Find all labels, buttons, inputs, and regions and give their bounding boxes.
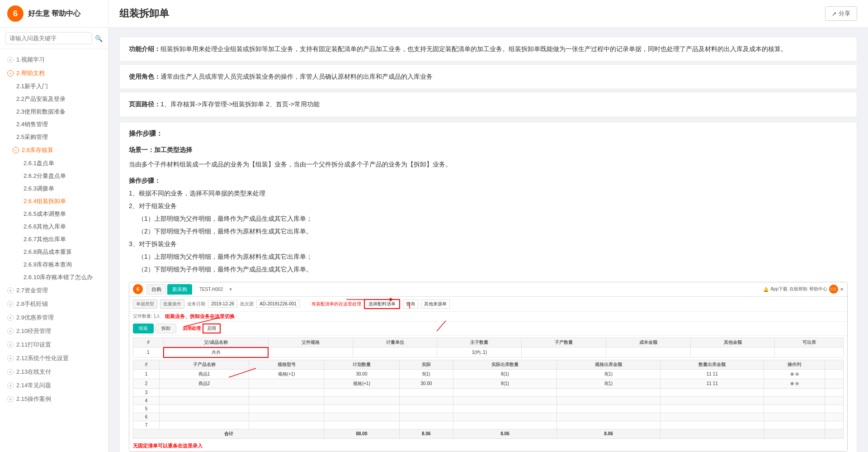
mock-screen: 6 自购 新采购 TEST-H002 ▼ 🔔 App下载 在线帮助 [129, 282, 847, 451]
mock-sub-table: # 子产品名称 规格型号 计划数量 实际 实际出库数量 规格出库金额 数量出库金… [133, 360, 844, 439]
sidebar-item-operations[interactable]: + 2.10经营管理 [0, 324, 108, 338]
sidebar-item-newcomer[interactable]: 2.1新手入门 [0, 80, 108, 93]
sidebar-item-partial-count[interactable]: 2.6.2分量盘点单 [0, 170, 108, 182]
sidebar-item-ledger-fix[interactable]: 2.6.10库存账本错了怎么办 [0, 271, 108, 284]
mock-form-id: TEST-H002 [199, 287, 223, 292]
mock-type-annotation: 组装业务、拆卸业务在这里切换 [165, 313, 235, 320]
mock-td-1: 1 [133, 347, 164, 357]
mock-th-other: 其他金额 [690, 338, 775, 347]
feature-intro-text: 组装拆卸单用来处理企业组装或拆卸等加工业务，支持有固定装配清单的产品加工业务，也… [160, 45, 787, 52]
mock-icon-close: ✕ [840, 287, 844, 292]
mock-annotation5: 无固定清单可以逐条在这里录入 [133, 443, 203, 448]
mock-logo: 6 [133, 284, 143, 294]
mock-icon-bell: 🔔 [763, 287, 769, 292]
table-row: 1 共共 1(约..1) [133, 347, 844, 357]
sidebar-item-cost-recalc[interactable]: 2.6.8商品成本重算 [0, 246, 108, 258]
mock-td-qty1: 1(约..1) [437, 347, 522, 357]
sidebar-item-docs[interactable]: − 2.帮助文档 [0, 67, 108, 80]
mock-th-qty2: 子产数量 [522, 338, 606, 347]
logo-area: 6 好生意 帮助中心 [0, 0, 108, 28]
sidebar-item-label: 1.视频学习 [16, 56, 45, 64]
steps-title: 操作步骤： [129, 129, 848, 138]
mock-th-num: # [133, 338, 164, 347]
mock-th-avail: 可出库 [775, 338, 844, 347]
step2-sub1: （1）上部明细为父件明细，最终作为产成品生成其它入库单； [138, 212, 848, 225]
sidebar-item-coupon[interactable]: + 2.9优惠券管理 [0, 311, 108, 324]
expand-icon: + [7, 328, 14, 334]
mock-th-parent-name: 父/成品名称 [164, 338, 269, 347]
sidebar-item-purchase[interactable]: 2.5采购管理 [0, 131, 108, 143]
expand-icon: + [7, 396, 14, 402]
feature-intro-card: 功能介绍：组装拆卸单用来处理企业组装或拆卸等加工业务，支持有固定装配清单的产品加… [119, 37, 857, 62]
mock-icon-user: 帮助中心 [809, 286, 827, 292]
feature-intro-label: 功能介绍： [129, 45, 160, 52]
sidebar-item-finance[interactable]: + 2.7资金管理 [0, 284, 108, 297]
mock-batch-value: AD-20191226-001 [256, 300, 300, 308]
mock-tab-purchase[interactable]: 新采购 [167, 284, 192, 295]
steps-content: 场景一：加工类型选择 当由多个子件材料组装成一个成品的业务为【组装】业务，当由一… [129, 143, 848, 452]
mock-form-fields: 单据类型 批量操作 业务日期 2019-12-26 批次团 AD-2019122… [133, 299, 844, 309]
mock-topbar: 6 自购 新采购 TEST-H002 ▼ 🔔 App下载 在线帮助 [129, 282, 847, 297]
mock-td-avail [775, 347, 844, 357]
table-row: 3 [133, 388, 844, 396]
mock-top-actions: 🔔 App下载 在线帮助 帮助中心 CC ✕ [763, 285, 844, 294]
mock-enable-btn[interactable]: 启用 [203, 324, 221, 333]
mock-th-qty1: 主子数量 [437, 338, 522, 347]
sidebar-item-cost-adjust[interactable]: 2.6.5成本调整单 [0, 208, 108, 220]
sidebar-item-label: 2.14常见问题 [16, 381, 51, 390]
steps-card: 操作步骤： 场景一：加工类型选择 当由多个子件材料组装成一个成品的业务为【组装】… [119, 122, 857, 452]
mock-sub-table-container: # 子产品名称 规格型号 计划数量 实际 实际出库数量 规格出库金额 数量出库金… [129, 360, 847, 441]
sidebar-item-stock-count[interactable]: 2.6.1盘点单 [0, 157, 108, 170]
logo-text: 好生意 帮助中心 [28, 9, 80, 19]
mock-select-bom-btn[interactable]: 选择配料清单 [364, 299, 400, 309]
sidebar-item-label: 2.12系统个性化设置 [16, 354, 69, 362]
step3-sub1: （1）上部明细为父件明细，最终作为原材料生成其它出库单； [138, 250, 848, 263]
sidebar-item-faq[interactable]: + 2.14常见问题 [0, 379, 108, 392]
sidebar-item-sales[interactable]: 2.4销售管理 [0, 118, 108, 131]
search-icon[interactable]: 🔍 [95, 35, 103, 42]
sidebar-item-assembly[interactable]: 2.6.4组装拆卸单 [0, 195, 108, 208]
sidebar-item-label: 2.13在线支付 [16, 368, 51, 376]
mock-parent-table-container: # 父/成品名称 父件规格 计量单位 主子数量 子产数量 成本金额 其他金额 可 [129, 336, 847, 360]
sidebar-item-print[interactable]: + 2.11打印设置 [0, 338, 108, 352]
mock-type-tab-disassembly[interactable]: 拆卸 [156, 324, 176, 333]
sidebar-item-label: 2.帮助文档 [16, 69, 45, 77]
mock-tab-self[interactable]: 自购 [146, 284, 166, 295]
page-header: 组装拆卸单 ➚ 分享 [108, 0, 868, 28]
mock-sub-th-spec: 规格型号 [249, 360, 324, 369]
sidebar-item-video[interactable]: + 1.视频学习 [0, 53, 108, 67]
mock-td-qty2 [522, 347, 606, 357]
search-input[interactable] [5, 32, 92, 44]
mock-sub-th-out-cost1: 规格出库金额 [557, 360, 660, 369]
path-label: 页面路径： [129, 100, 160, 108]
mock-sub-th-name: 子产品名称 [160, 360, 249, 369]
screenshot-mockup: 6 自购 新采购 TEST-H002 ▼ 🔔 App下载 在线帮助 [129, 282, 848, 452]
mock-type-tab-assembly[interactable]: 组装 [133, 324, 154, 333]
mock-annotation1: 有装配清单的在这里处理 [311, 301, 361, 307]
sidebar-item-settings[interactable]: + 2.12系统个性化设置 [0, 352, 108, 365]
mock-type-tab-row: 组装 拆卸 启用处理 启用 [129, 322, 847, 336]
sidebar-item-other-out[interactable]: 2.6.7其他出库单 [0, 233, 108, 246]
share-icon: ➚ [832, 10, 837, 17]
mock-new-btn[interactable]: 单据类型 [133, 300, 157, 309]
mock-summary-row: 父件数量: 1人 组装业务、拆卸业务在这里切换 [129, 312, 847, 322]
mock-icon-app: App下载 [770, 286, 788, 292]
mock-edit-btn[interactable]: 批量操作 [160, 300, 184, 309]
sidebar-item-ledger-query[interactable]: 2.6.9库存账本查询 [0, 258, 108, 271]
sidebar-item-other-in[interactable]: 2.6.6其他入库单 [0, 220, 108, 233]
share-button[interactable]: ➚ 分享 [825, 6, 857, 21]
steps-sub-title: 操作步骤： [129, 174, 848, 187]
scenario1-desc: 当由多个子件材料组装成一个成品的业务为【组装】业务，当由一个父件拆分成多个子产品… [129, 158, 848, 171]
mock-sub-th-extra [825, 360, 844, 369]
sidebar-item-inventory[interactable]: − 2.6库存核算 [0, 143, 108, 157]
sidebar-item-label: 2.9优惠券管理 [16, 314, 54, 322]
path-text: 1、库存核算->库存管理->组装拆卸单 2、首页->常用功能 [160, 100, 320, 108]
sidebar-item-data-prep[interactable]: 2.3使用前数据准备 [0, 105, 108, 118]
expand-icon: + [7, 382, 14, 389]
sidebar-item-payment[interactable]: + 2.13在线支付 [0, 365, 108, 379]
sidebar-item-mobile[interactable]: + 2.8手机旺铺 [0, 297, 108, 311]
sidebar-item-install[interactable]: 2.2产品安装及登录 [0, 93, 108, 105]
sidebar-item-transfer[interactable]: 2.6.3调拨单 [0, 182, 108, 195]
expand-icon: + [7, 314, 14, 321]
sidebar-item-cases[interactable]: + 2.15操作案例 [0, 392, 108, 406]
